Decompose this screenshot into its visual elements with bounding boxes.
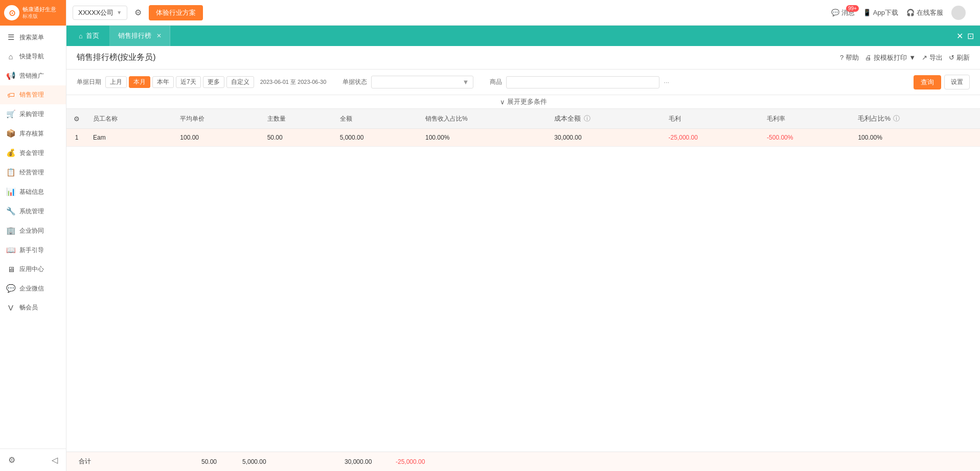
date-btn-more[interactable]: 更多 xyxy=(203,76,224,88)
sidebar-item-finance[interactable]: 💰 资金管理 xyxy=(0,143,66,163)
message-button[interactable]: 💬 消息 99+ xyxy=(831,8,855,17)
page-header: 销售排行榜(按业务员) ? 帮助 🖨 按模板打印 ▼ ↗ 导出 ↺ 刷新 xyxy=(66,46,980,70)
nav-label-inventory: 库存核算 xyxy=(19,129,44,138)
cell-profit-rate: -500.00% xyxy=(761,129,852,147)
tab-sales-rank[interactable]: 销售排行榜 ✕ xyxy=(110,26,170,46)
sidebar-logo: ⊙ 畅康通好生意 标准版 xyxy=(0,0,66,26)
goods-filter-more-icon[interactable]: ··· xyxy=(664,78,669,86)
nav-icon-sales: 🏷 xyxy=(6,91,15,99)
online-service-button[interactable]: 🎧 在线客服 xyxy=(906,8,943,17)
date-btn-custom[interactable]: 自定义 xyxy=(226,76,254,88)
nav-label-finance: 资金管理 xyxy=(19,149,44,158)
status-select-arrow-icon: ▼ xyxy=(462,78,469,86)
cell-profit-pct: 100.00% xyxy=(852,129,980,147)
status-filter-label: 单据状态 xyxy=(343,78,367,86)
nav-label-member: 畅会员 xyxy=(19,303,38,312)
tab-home-label: 首页 xyxy=(86,31,99,40)
goods-filter-input[interactable] xyxy=(506,76,659,88)
cell-cost: 30,000.00 xyxy=(548,129,662,147)
page-title: 销售排行榜(按业务员) xyxy=(77,52,156,63)
tab-close-window-icon[interactable]: ✕ xyxy=(956,31,963,41)
sidebar-item-sales[interactable]: 🏷 销售管理 xyxy=(0,85,66,104)
cell-name: Eam xyxy=(87,129,174,147)
goods-filter-section: 商品 ··· xyxy=(490,76,669,88)
col-avg-price: 平均单价 xyxy=(174,109,261,129)
tab-close-icon[interactable]: ✕ xyxy=(156,32,162,39)
sidebar-item-member[interactable]: V 畅会员 xyxy=(0,298,66,317)
table-footer: 合计 50.00 5,000.00 30,000.00 -25,000.00 xyxy=(66,452,980,471)
tab-right-controls: ✕ ⊡ xyxy=(956,31,978,41)
col-settings[interactable]: ⚙ xyxy=(66,109,87,129)
page-actions: ? 帮助 🖨 按模板打印 ▼ ↗ 导出 ↺ 刷新 xyxy=(840,53,970,62)
cell-sales-pct: 100.00% xyxy=(419,129,548,147)
sidebar-settings-icon[interactable]: ⚙ xyxy=(6,453,17,467)
sidebar-item-wechat[interactable]: 💬 企业微信 xyxy=(0,279,66,298)
col-profit-rate: 毛利率 xyxy=(761,109,852,129)
cost-info-icon[interactable]: ⓘ xyxy=(584,115,590,122)
refresh-button[interactable]: ↺ 刷新 xyxy=(949,53,970,62)
date-range-text: 2023-06-01 至 2023-06-30 xyxy=(260,78,327,86)
filter-bar: 单据日期 上月 本月 本年 近7天 更多 自定义 2023-06-01 至 20… xyxy=(66,70,980,95)
sidebar-collapse-icon[interactable]: ◁ xyxy=(50,453,60,467)
user-avatar[interactable] xyxy=(951,6,966,20)
sidebar-item-quick-nav[interactable]: ⌂ 快捷导航 xyxy=(0,47,66,66)
tab-maximize-icon[interactable]: ⊡ xyxy=(967,31,974,41)
date-filter-section: 单据日期 上月 本月 本年 近7天 更多 自定义 2023-06-01 至 20… xyxy=(77,76,326,88)
company-selector[interactable]: XXXXX公司 ▼ xyxy=(73,6,127,20)
nav-label-system: 系统管理 xyxy=(19,207,44,216)
nav-icon-app-center: 🖥 xyxy=(6,265,15,274)
date-btn-7days[interactable]: 近7天 xyxy=(176,76,201,88)
sidebar-item-app-center[interactable]: 🖥 应用中心 xyxy=(0,260,66,279)
query-button[interactable]: 查询 xyxy=(914,75,941,89)
sidebar-bottom: ⚙ ◁ xyxy=(0,448,66,471)
sidebar-item-basic[interactable]: 📊 基础信息 xyxy=(0,182,66,201)
sidebar-item-operations[interactable]: 📋 经营管理 xyxy=(0,163,66,182)
sidebar-item-inventory[interactable]: 📦 库存核算 xyxy=(0,124,66,143)
page-content: 销售排行榜(按业务员) ? 帮助 🖨 按模板打印 ▼ ↗ 导出 ↺ 刷新 xyxy=(66,46,980,471)
tab-home[interactable]: ⌂ 首页 xyxy=(69,26,110,46)
nav-label-basic: 基础信息 xyxy=(19,188,44,196)
trial-button[interactable]: 体验行业方案 xyxy=(149,5,203,20)
nav-label-marketing: 营销推广 xyxy=(19,72,44,80)
col-settings-icon: ⚙ xyxy=(74,115,80,123)
expand-conditions-button[interactable]: ∨ 展开更多条件 xyxy=(500,97,547,106)
headset-icon: 🎧 xyxy=(906,9,915,16)
topbar-settings-icon[interactable]: ⚙ xyxy=(132,6,144,19)
footer-cost: 30,000.00 xyxy=(338,458,390,465)
sidebar-item-marketing[interactable]: 📢 营销推广 xyxy=(0,66,66,85)
refresh-icon: ↺ xyxy=(949,54,954,61)
date-btn-this-month[interactable]: 本月 xyxy=(129,76,150,88)
expand-conditions-bar[interactable]: ∨ 展开更多条件 xyxy=(66,95,980,109)
col-profit: 毛利 xyxy=(663,109,761,129)
company-arrow-icon: ▼ xyxy=(117,10,122,15)
sidebar-item-system[interactable]: 🔧 系统管理 xyxy=(0,201,66,221)
nav-icon-operations: 📋 xyxy=(6,168,15,177)
settings-filter-button[interactable]: 设置 xyxy=(944,75,970,89)
cell-avg-price: 100.00 xyxy=(174,129,261,147)
company-name: XXXXX公司 xyxy=(78,8,113,17)
home-icon: ⌂ xyxy=(79,32,83,40)
table-header-row: ⚙ 员工名称 平均单价 主数量 全额 销售收入占比% 成本全额 ⓘ 毛利 毛利率 xyxy=(66,109,980,129)
date-btn-last-month[interactable]: 上月 xyxy=(105,76,127,88)
print-button[interactable]: 🖨 按模板打印 ▼ xyxy=(865,53,916,62)
sidebar-item-enterprise[interactable]: 🏢 企业协同 xyxy=(0,221,66,240)
sidebar-item-guide[interactable]: 📖 新手引导 xyxy=(0,240,66,260)
nav-icon-finance: 💰 xyxy=(6,148,15,158)
date-btn-this-year[interactable]: 本年 xyxy=(152,76,174,88)
nav-label-purchase: 采购管理 xyxy=(19,110,44,119)
profit-pct-info-icon[interactable]: ⓘ xyxy=(893,115,900,122)
nav-icon-quick-nav: ⌂ xyxy=(6,52,15,61)
nav-label-wechat: 企业微信 xyxy=(19,284,44,293)
cell-qty: 50.00 xyxy=(261,129,334,147)
export-button[interactable]: ↗ 导出 xyxy=(922,53,943,62)
status-filter-select[interactable]: ▼ xyxy=(371,76,473,88)
logo-text-block: 畅康通好生意 标准版 xyxy=(22,6,56,20)
print-icon: 🖨 xyxy=(865,54,872,61)
sidebar-item-purchase[interactable]: 🛒 采购管理 xyxy=(0,104,66,124)
col-profit-pct: 毛利占比% ⓘ xyxy=(852,109,980,129)
app-download-button[interactable]: 📱 App下载 xyxy=(863,8,898,17)
service-label: 在线客服 xyxy=(917,8,943,17)
nav-label-quick-nav: 快捷导航 xyxy=(19,52,44,61)
sidebar-item-search[interactable]: ☰ 搜索菜单 xyxy=(0,28,66,47)
help-button[interactable]: ? 帮助 xyxy=(840,53,859,62)
